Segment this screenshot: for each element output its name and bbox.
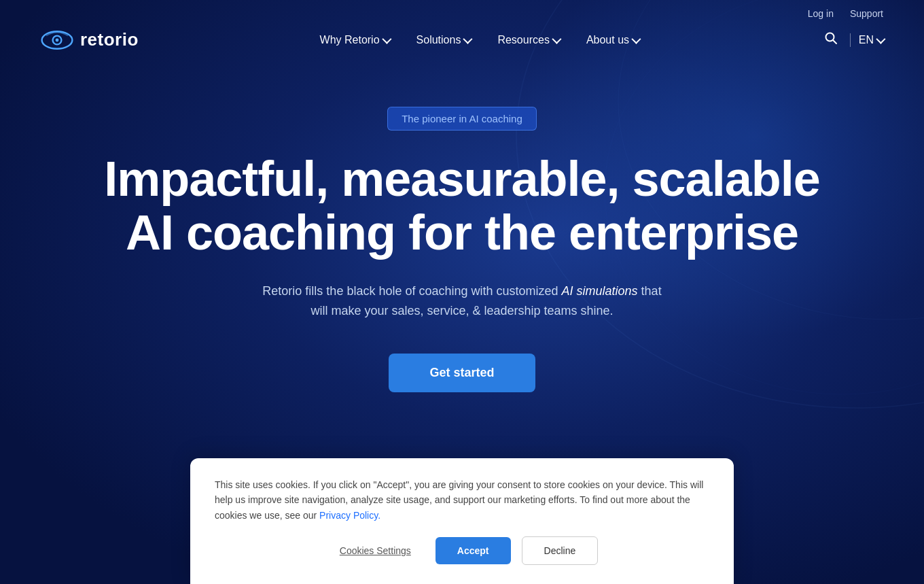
nav-item-resources[interactable]: Resources — [486, 29, 569, 52]
login-link[interactable]: Log in — [808, 8, 834, 19]
chevron-down-icon — [382, 34, 391, 44]
cookie-actions: Cookies Settings Accept Decline — [215, 536, 709, 565]
hero-title: Impactful, measurable, scalable AI coach… — [88, 152, 836, 260]
privacy-policy-link[interactable]: Privacy Policy. — [319, 510, 380, 521]
hero-subtitle: Retorio fills the black hole of coaching… — [258, 281, 666, 321]
search-icon — [824, 31, 838, 45]
svg-line-7 — [833, 40, 836, 44]
nav-divider — [850, 33, 851, 47]
accept-cookies-button[interactable]: Accept — [436, 537, 511, 564]
logo-text: retorio — [80, 29, 139, 50]
chevron-down-icon — [463, 34, 473, 44]
cookie-message: This site uses cookies. If you click on … — [215, 477, 709, 523]
search-button[interactable] — [820, 27, 842, 52]
nav-item-why-retorio[interactable]: Why Retorio — [309, 29, 400, 52]
get-started-button[interactable]: Get started — [389, 354, 535, 392]
nav-item-about-us[interactable]: About us — [575, 29, 650, 52]
logo[interactable]: retorio — [41, 29, 139, 51]
logo-icon — [41, 29, 73, 51]
chevron-down-icon — [631, 34, 641, 44]
support-link[interactable]: Support — [850, 8, 883, 19]
top-utility-bar: Log in Support — [0, 0, 924, 27]
chevron-down-icon — [552, 34, 561, 44]
nav-right: EN — [820, 27, 883, 52]
cookie-banner: This site uses cookies. If you click on … — [190, 458, 734, 584]
svg-point-5 — [56, 38, 59, 41]
hero-section: The pioneer in AI coaching Impactful, me… — [0, 66, 924, 419]
language-selector[interactable]: EN — [859, 34, 883, 46]
cookies-settings-button[interactable]: Cookies Settings — [326, 538, 425, 563]
nav-links: Why Retorio Solutions Resources About us — [309, 29, 650, 52]
chevron-down-icon — [876, 34, 885, 44]
hero-badge: The pioneer in AI coaching — [387, 107, 537, 131]
main-nav: retorio Why Retorio Solutions Resources … — [0, 27, 924, 66]
decline-cookies-button[interactable]: Decline — [522, 536, 599, 565]
nav-item-solutions[interactable]: Solutions — [406, 29, 482, 52]
